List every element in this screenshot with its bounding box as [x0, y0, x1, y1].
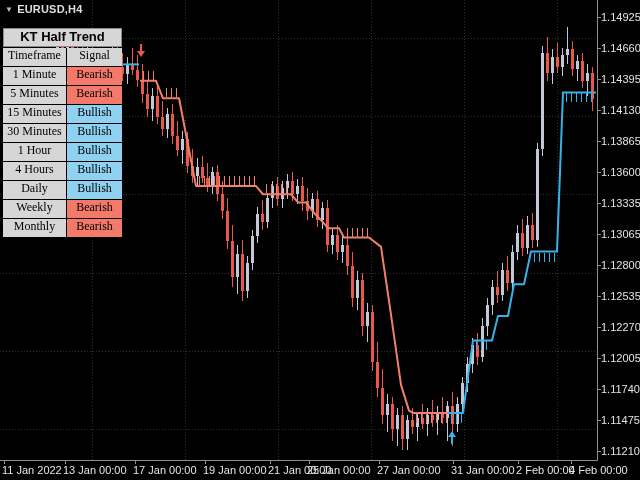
time-axis-label: 17 Jan 00:00 — [133, 464, 197, 476]
symbol-label: ▼EURUSD,H4 — [5, 3, 83, 15]
price-axis-label: 1.14130 — [601, 104, 640, 116]
symbol-label-text: EURUSD,H4 — [17, 3, 82, 15]
time-axis-label: 2 Feb 00:00 — [516, 464, 575, 476]
kt-half-trend-panel: KT Half Trend Timeframe Signal 1 MinuteB… — [3, 28, 122, 237]
price-axis-label: 1.13600 — [601, 166, 640, 178]
panel-row-cell-timeframe: Weekly — [3, 200, 66, 218]
panel-row-cell-timeframe: Monthly — [3, 219, 66, 237]
price-axis-label: 1.12535 — [601, 290, 640, 302]
panel-column-header-timeframe: Timeframe — [3, 48, 66, 66]
price-axis-label: 1.13865 — [601, 135, 640, 147]
time-axis-label: 4 Feb 00:00 — [569, 464, 628, 476]
panel-row-cell-timeframe: 1 Minute — [3, 67, 66, 85]
panel-row-cell-signal: Bullish — [67, 143, 122, 161]
time-axis-label: 27 Jan 00:00 — [377, 464, 441, 476]
price-axis-label: 1.11475 — [601, 414, 640, 426]
price-axis-label: 1.11740 — [601, 383, 640, 395]
panel-row-cell-timeframe: 5 Minutes — [3, 86, 66, 104]
price-axis-label: 1.14660 — [601, 42, 640, 54]
time-axis-label: 19 Jan 00:00 — [203, 464, 267, 476]
panel-row-cell-timeframe: 4 Hours — [3, 162, 66, 180]
panel-row-cell-signal: Bearish — [67, 67, 122, 85]
panel-row-cell-signal: Bearish — [67, 219, 122, 237]
price-axis-label: 1.12800 — [601, 259, 640, 271]
time-axis-label: 31 Jan 00:00 — [451, 464, 515, 476]
time-axis-label: 11 Jan 2022 — [2, 464, 62, 476]
price-axis-label: 1.14395 — [601, 73, 640, 85]
mt4-chart-window: ▼EURUSD,H4 KT Half Trend Timeframe Signa… — [0, 0, 640, 480]
price-axis-label: 1.12005 — [601, 352, 640, 364]
panel-row-cell-signal: Bullish — [67, 181, 122, 199]
price-axis-label: 1.13065 — [601, 228, 640, 240]
panel-grid: Timeframe Signal 1 MinuteBearish5 Minute… — [3, 48, 122, 237]
price-axis-label: 1.11210 — [601, 445, 640, 457]
panel-row-cell-timeframe: 30 Minutes — [3, 124, 66, 142]
time-axis-label: 13 Jan 00:00 — [63, 464, 127, 476]
panel-row-cell-signal: Bullish — [67, 124, 122, 142]
panel-row-cell-timeframe: 1 Hour — [3, 143, 66, 161]
panel-row-cell-signal: Bearish — [67, 86, 122, 104]
panel-row-cell-signal: Bullish — [67, 162, 122, 180]
panel-title: KT Half Trend — [3, 28, 122, 47]
chevron-down-icon: ▼ — [5, 5, 13, 14]
price-axis-label: 1.13335 — [601, 197, 640, 209]
panel-row-cell-timeframe: 15 Minutes — [3, 105, 66, 123]
panel-row-cell-signal: Bearish — [67, 200, 122, 218]
panel-row-cell-signal: Bullish — [67, 105, 122, 123]
time-axis-label: 25 Jan 00:00 — [307, 464, 371, 476]
panel-column-header-signal: Signal — [67, 48, 122, 66]
price-axis-label: 1.12270 — [601, 321, 640, 333]
panel-row-cell-timeframe: Daily — [3, 181, 66, 199]
price-axis-label: 1.14925 — [601, 11, 640, 23]
